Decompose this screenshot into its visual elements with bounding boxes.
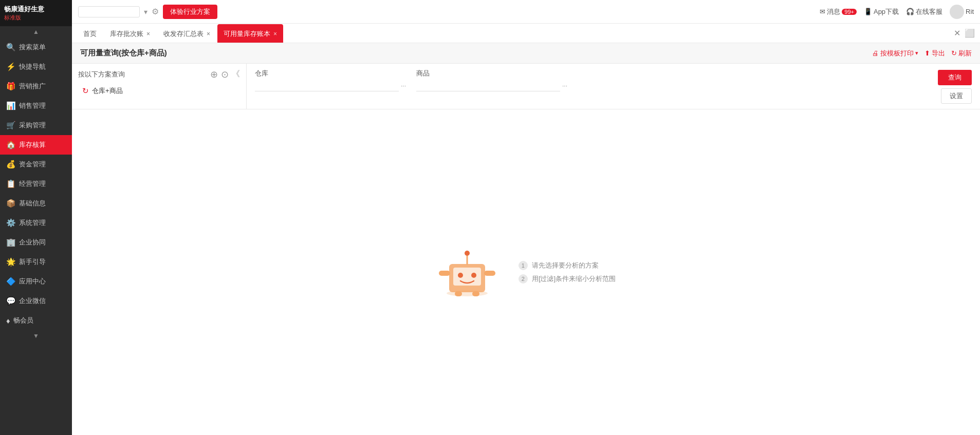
- hint-row-2: 2 用[过滤]条件来缩小分析范围: [519, 272, 616, 286]
- chevron-down-icon[interactable]: ▾: [144, 8, 147, 16]
- sidebar-scroll-down[interactable]: ▼: [0, 330, 72, 342]
- tab-home-label: 首页: [83, 29, 97, 39]
- export-button[interactable]: ⬆ 导出: [924, 49, 945, 58]
- query-button[interactable]: 查询: [938, 70, 972, 85]
- svg-point-6: [465, 251, 470, 256]
- goods-more-icon[interactable]: ···: [562, 82, 567, 89]
- chart-icon: 📊: [6, 101, 16, 110]
- print-button[interactable]: 🖨 按模板打印 ▾: [872, 49, 918, 58]
- sidebar-item-inventory[interactable]: 🏠 库存核算: [0, 135, 72, 155]
- app-download-button[interactable]: 📱 App下载: [864, 7, 899, 16]
- tab-batch[interactable]: 库存批次账 ×: [104, 24, 156, 43]
- maximize-icon[interactable]: ⬜: [965, 28, 975, 38]
- search-icon: 🔍: [6, 43, 16, 52]
- export-icon: ⬆: [924, 49, 930, 57]
- tab-summary[interactable]: 收发存汇总表 ×: [157, 24, 216, 43]
- user-menu[interactable]: Rit: [950, 5, 974, 19]
- tab-available[interactable]: 可用量库存账本 ×: [217, 24, 283, 43]
- tab-home[interactable]: 首页: [77, 24, 103, 43]
- add-scheme-icon[interactable]: ⊕: [210, 69, 218, 80]
- tab-bar: 首页 库存批次账 × 收发存汇总表 × 可用量库存账本 × ✕ ⬜: [72, 24, 980, 43]
- query-scheme-label: 按以下方案查询: [78, 70, 125, 79]
- sidebar-item-wechat[interactable]: 💬 企业微信: [0, 291, 72, 311]
- goods-field: 商品 ···: [416, 69, 567, 91]
- sidebar-item-member[interactable]: ♦ 畅会员: [0, 311, 72, 330]
- customer-service-label: 在线客服: [916, 7, 942, 16]
- message-icon: ✉: [820, 8, 825, 15]
- sidebar-item-label: 库存核算: [19, 140, 46, 149]
- sidebar-item-system[interactable]: ⚙️ 系统管理: [0, 213, 72, 233]
- app-download-label: App下载: [874, 7, 899, 16]
- wechat-icon: 💬: [6, 296, 16, 306]
- topbar: ▾ ⚙ 体验行业方案 ✉ 消息 99+ 📱 App下载 🎧 在线客服 Rit: [72, 0, 980, 24]
- newbie-icon: 🌟: [6, 257, 16, 267]
- sidebar-scroll-up[interactable]: ▲: [0, 26, 72, 37]
- settings-button[interactable]: 设置: [941, 88, 972, 104]
- svg-rect-9: [455, 291, 462, 296]
- settings-scheme-icon[interactable]: ⊙: [221, 69, 229, 80]
- scheme-refresh-icon: ↻: [82, 86, 89, 96]
- shortcut-icon: ⚡: [6, 62, 16, 71]
- query-right-panel: 仓库 ··· 商品 ··· 查询 设置: [247, 64, 980, 109]
- sidebar-item-shortcut[interactable]: ⚡ 快捷导航: [0, 57, 72, 77]
- sidebar-item-label: 经营管理: [19, 179, 46, 188]
- tab-batch-label: 库存批次账: [110, 29, 143, 39]
- window-controls: ✕ ⬜: [954, 28, 975, 38]
- sidebar: 畅康通好生意 标准版 ▲ 🔍 搜索菜单 ⚡ 快捷导航 🎁 营销推广 📊 销售管理…: [0, 0, 72, 435]
- search-input[interactable]: [78, 6, 140, 17]
- refresh-icon: ↻: [951, 49, 957, 57]
- sidebar-item-newbie[interactable]: 🌟 新手引导: [0, 252, 72, 272]
- sidebar-item-basic[interactable]: 📦 基础信息: [0, 194, 72, 213]
- gear-icon[interactable]: ⚙: [152, 7, 159, 16]
- warehouse-more-icon[interactable]: ···: [401, 82, 406, 89]
- content-area: 1 请先选择要分析的方案 2 用[过滤]条件来缩小分析范围: [72, 109, 980, 435]
- page-header: 可用量查询(按仓库+商品) 🖨 按模板打印 ▾ ⬆ 导出 ↻ 刷新: [72, 43, 980, 64]
- warehouse-input[interactable]: [255, 80, 399, 91]
- sidebar-item-label: 新手引导: [19, 257, 46, 267]
- tab-summary-close[interactable]: ×: [207, 30, 210, 37]
- refresh-button[interactable]: ↻ 刷新: [951, 49, 972, 58]
- sidebar-item-label: 营销推广: [19, 82, 46, 91]
- hint-num-1: 1: [519, 261, 528, 270]
- sidebar-item-operation[interactable]: 📋 经营管理: [0, 174, 72, 194]
- close-window-icon[interactable]: ✕: [954, 28, 960, 38]
- scheme-item[interactable]: ↻ 仓库+商品: [78, 84, 240, 98]
- phone-icon: 📱: [864, 8, 872, 15]
- tab-available-label: 可用量库存账本: [224, 29, 270, 39]
- sidebar-item-finance[interactable]: 💰 资金管理: [0, 155, 72, 174]
- sidebar-item-label: 企业协同: [19, 238, 46, 247]
- app-name: 畅康通好生意: [4, 5, 68, 14]
- print-label: 按模板打印: [880, 49, 914, 58]
- sidebar-item-search[interactable]: 🔍 搜索菜单: [0, 37, 72, 57]
- sidebar-item-purchase[interactable]: 🛒 采购管理: [0, 116, 72, 135]
- basic-icon: 📦: [6, 199, 16, 208]
- page-title: 可用量查询(按仓库+商品): [80, 48, 167, 58]
- query-area: 按以下方案查询 ⊕ ⊙ 《 ↻ 仓库+商品 仓库 ···: [72, 64, 980, 109]
- home-icon: 🏠: [6, 140, 16, 149]
- trial-button[interactable]: 体验行业方案: [163, 5, 217, 19]
- scheme-actions: ⊕ ⊙ 《: [210, 69, 240, 80]
- sidebar-item-label: 系统管理: [19, 218, 46, 228]
- query-action-buttons: 查询 设置: [938, 69, 972, 104]
- empty-hints: 1 请先选择要分析的方案 2 用[过滤]条件来缩小分析范围: [519, 259, 616, 286]
- tab-batch-close[interactable]: ×: [146, 30, 150, 37]
- tab-available-close[interactable]: ×: [273, 30, 277, 37]
- svg-point-4: [471, 273, 476, 278]
- sidebar-item-appstore[interactable]: 🔷 应用中心: [0, 272, 72, 291]
- message-badge: 99+: [842, 9, 857, 15]
- sidebar-item-sales[interactable]: 📊 销售管理: [0, 96, 72, 116]
- sidebar-item-enterprise[interactable]: 🏢 企业协同: [0, 233, 72, 252]
- app-sub: 标准版: [4, 14, 68, 21]
- warehouse-field: 仓库 ···: [255, 69, 406, 91]
- refresh-label: 刷新: [958, 49, 972, 58]
- message-button[interactable]: ✉ 消息 99+: [820, 7, 857, 16]
- goods-input[interactable]: [416, 80, 560, 91]
- sidebar-item-marketing[interactable]: 🎁 营销推广: [0, 77, 72, 96]
- sidebar-item-label: 企业微信: [19, 296, 46, 306]
- collapse-icon[interactable]: 《: [232, 69, 240, 80]
- sidebar-item-label: 销售管理: [19, 101, 46, 110]
- query-scheme-header: 按以下方案查询 ⊕ ⊙ 《: [78, 69, 240, 80]
- hint-text-1: 请先选择要分析的方案: [532, 259, 599, 272]
- avatar: [950, 5, 964, 19]
- customer-service-button[interactable]: 🎧 在线客服: [906, 7, 942, 16]
